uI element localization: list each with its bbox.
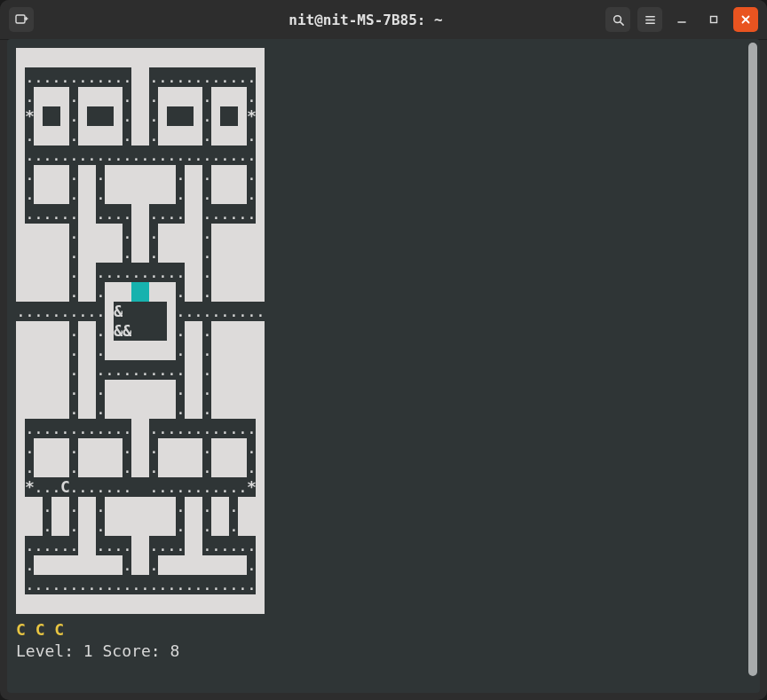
floor	[167, 106, 176, 126]
wall	[220, 224, 229, 243]
menu-button[interactable]	[637, 7, 662, 32]
scrollbar-thumb[interactable]	[748, 43, 757, 676]
dot: .	[25, 165, 34, 185]
wall	[238, 126, 247, 146]
dot: .	[167, 536, 176, 555]
wall	[96, 555, 105, 575]
maze-row: * . . . . *	[16, 106, 265, 126]
dot: .	[149, 87, 158, 106]
dot: .	[238, 419, 247, 438]
dot: .	[202, 575, 211, 594]
search-button[interactable]	[605, 7, 630, 32]
wall	[78, 263, 87, 282]
wall	[238, 516, 247, 536]
wall	[158, 224, 167, 243]
svg-line-2	[620, 21, 622, 24]
wall	[211, 87, 220, 106]
wall	[194, 282, 202, 302]
wall	[247, 243, 256, 263]
wall	[256, 497, 265, 516]
wall	[96, 243, 105, 263]
wall	[256, 224, 265, 243]
wall	[114, 380, 123, 399]
dot: .	[60, 536, 69, 555]
dot: .	[247, 87, 256, 106]
wall	[167, 380, 176, 399]
dot: .	[51, 302, 60, 321]
dot: .	[69, 282, 78, 302]
wall	[140, 126, 149, 146]
dot: .	[123, 146, 131, 165]
wall	[211, 360, 220, 380]
dot: .	[123, 419, 131, 438]
wall	[43, 87, 51, 106]
wall	[238, 243, 247, 263]
wall	[16, 341, 25, 360]
dot: .	[229, 477, 238, 497]
dot: .	[247, 146, 256, 165]
wall	[194, 263, 202, 282]
wall	[114, 87, 123, 106]
wall	[140, 87, 149, 106]
terminal-window: nit@nit-MS-7B85: ~	[0, 0, 767, 700]
dot: .	[43, 516, 51, 536]
dot: .	[176, 399, 185, 419]
minimize-button[interactable]	[669, 7, 694, 32]
wall	[211, 594, 220, 614]
wall	[131, 67, 140, 87]
dot: .	[105, 360, 114, 380]
wall	[25, 263, 34, 282]
dot: .	[69, 477, 78, 497]
dot: .	[96, 399, 105, 419]
dot: .	[220, 575, 229, 594]
wall	[123, 48, 131, 67]
dot: .	[202, 126, 211, 146]
wall	[256, 458, 265, 477]
dot: .	[149, 67, 158, 87]
dot: .	[202, 438, 211, 458]
wall	[34, 399, 43, 419]
ghost-yellow: &	[114, 302, 123, 321]
wall	[220, 594, 229, 614]
wall	[238, 594, 247, 614]
wall	[149, 341, 158, 360]
wall	[256, 575, 265, 594]
wall	[256, 204, 265, 224]
dot: .	[149, 575, 158, 594]
dot: .	[211, 477, 220, 497]
maze-row: . . . .	[16, 341, 265, 360]
wall	[60, 165, 69, 185]
wall	[149, 48, 158, 67]
wall	[105, 302, 114, 321]
dot: .	[158, 146, 167, 165]
close-button[interactable]	[733, 7, 758, 32]
wall	[256, 419, 265, 438]
wall	[16, 321, 25, 341]
wall	[131, 419, 140, 438]
power-pellet: *	[25, 477, 34, 497]
dot: .	[167, 575, 176, 594]
dot: .	[105, 146, 114, 165]
wall	[34, 224, 43, 243]
wall	[34, 165, 43, 185]
maximize-button[interactable]	[701, 7, 726, 32]
dot: .	[202, 458, 211, 477]
wall	[220, 497, 229, 516]
scrollbar[interactable]	[748, 43, 757, 689]
wall	[16, 224, 25, 243]
dot: .	[43, 146, 51, 165]
dot: .	[34, 67, 43, 87]
dot: .	[43, 302, 51, 321]
dot: .	[202, 165, 211, 185]
dot: .	[158, 263, 167, 282]
dot: .	[131, 575, 140, 594]
wall	[220, 516, 229, 536]
wall	[60, 399, 69, 419]
new-tab-button[interactable]	[9, 7, 34, 32]
wall	[211, 321, 220, 341]
dot: .	[202, 87, 211, 106]
wall	[60, 555, 69, 575]
maze-row	[16, 48, 265, 67]
terminal-viewport[interactable]: ............ ............ . . . . . . * …	[7, 39, 760, 693]
wall	[114, 497, 123, 516]
